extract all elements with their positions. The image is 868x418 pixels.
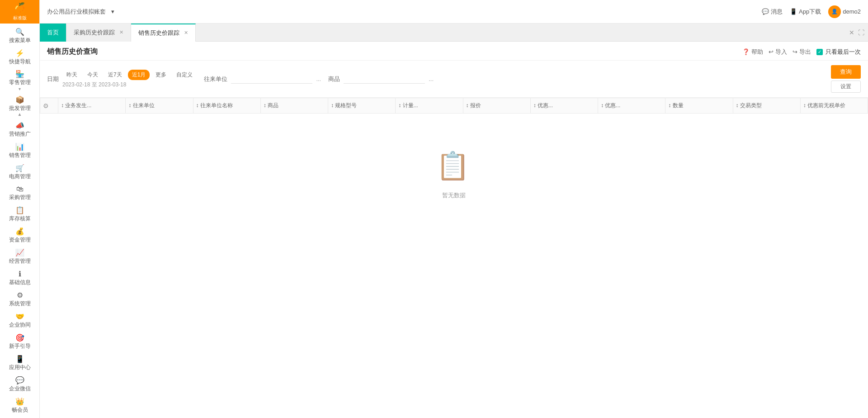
th-biz-date[interactable]: ↕ 业务发生... <box>58 98 126 114</box>
th-discount1[interactable]: ↕ 优惠... <box>530 98 598 114</box>
expand-btn[interactable]: ⛶ <box>858 29 864 36</box>
tabs-right: ✕ ⛶ <box>849 29 868 36</box>
sidebar-logo[interactable]: 🍊 标准版 <box>0 0 40 24</box>
help-btn[interactable]: ❓ 帮助 <box>742 48 763 56</box>
tab-purchase-label: 采购历史价跟踪 <box>74 28 115 37</box>
counterpart-label: 往来单位 <box>204 75 227 83</box>
user-label: demo2 <box>843 8 861 15</box>
date-btn-today[interactable]: 今天 <box>83 70 102 80</box>
counterpart-input[interactable] <box>231 75 312 84</box>
logo-icon: 🍊 <box>14 2 26 14</box>
date-filter-col: 昨天 今天 近7天 近1月 更多 自定义 2023-02-18 至 2023-0… <box>62 70 197 89</box>
basic-info-label: 基础信息 <box>9 279 31 286</box>
th-qty-label: ↕ 数量 <box>668 102 683 109</box>
th-settings[interactable]: ⚙ <box>40 98 58 114</box>
avatar: 👤 <box>828 5 841 18</box>
date-btn-last7[interactable]: 近7天 <box>104 70 126 80</box>
enterprise-icon: 🤝 <box>15 312 24 321</box>
sidebar-item-search-menu[interactable]: 🔍搜索菜单 <box>0 25 39 47</box>
sidebar-item-guide[interactable]: 🎯新手引导 <box>0 331 39 352</box>
search-menu-label: 搜索菜单 <box>9 37 31 44</box>
th-unit-label: ↕ 计量... <box>398 102 418 109</box>
topbar-title: 办公用品行业模拟账套 <box>47 8 106 16</box>
sidebar-item-operation[interactable]: 📈经营管理 <box>0 246 39 267</box>
app-download-btn[interactable]: 📱 App下载 <box>790 8 821 16</box>
goods-dots[interactable]: ... <box>429 76 434 82</box>
sidebar-item-wechat[interactable]: 💬企业微信 <box>0 374 39 395</box>
query-action-group: 查询 设置 <box>831 65 861 93</box>
tab-sales-close[interactable]: ✕ <box>184 30 188 36</box>
retail-mgmt-arrow: ▾ <box>19 86 21 91</box>
import-btn[interactable]: ↩ 导入 <box>769 48 787 56</box>
operation-icon: 📈 <box>15 248 24 257</box>
sidebar-item-basic-info[interactable]: ℹ基础信息 <box>0 267 39 289</box>
date-btn-last1m[interactable]: 近1月 <box>128 70 150 80</box>
topbar-dropdown[interactable]: ▾ <box>111 8 114 15</box>
th-discount2[interactable]: ↕ 优惠... <box>598 98 665 114</box>
wholesale-mgmt-arrow: ▲ <box>18 112 22 117</box>
app-center-label: 应用中心 <box>9 364 31 371</box>
settings-button[interactable]: 设置 <box>831 81 861 93</box>
sidebar-nav: 🔍搜索菜单⚡快捷导航🏪零售管理▾📦批发管理▲📣营销推广📊销售管理🛒电商管理🛍采购… <box>0 24 39 418</box>
sidebar-item-retail-mgmt[interactable]: 🏪零售管理▾ <box>0 68 39 93</box>
th-quote[interactable]: ↕ 报价 <box>463 98 530 114</box>
tab-purchase[interactable]: 采购历史价跟踪 ✕ <box>66 24 131 42</box>
th-qty[interactable]: ↕ 数量 <box>665 98 733 114</box>
th-counterpart[interactable]: ↕ 往来单位 <box>126 98 193 114</box>
tab-purchase-close[interactable]: ✕ <box>119 29 123 35</box>
th-goods-label: ↕ 商品 <box>264 102 278 109</box>
user-avatar-area[interactable]: 👤 demo2 <box>828 5 861 18</box>
sidebar-item-purchase[interactable]: 🛍采购管理 <box>0 183 39 204</box>
member-label: 畅会员 <box>12 407 28 414</box>
counterpart-dots[interactable]: ... <box>316 76 321 82</box>
sidebar-item-inventory[interactable]: 📋库存核算 <box>0 204 39 225</box>
data-table: ⚙ ↕ 业务发生... ↕ 往来单位 ↕ 往来单位名称 ↕ 商品 <box>40 98 868 114</box>
th-quote-label: ↕ 报价 <box>466 102 481 109</box>
sidebar-item-app-center[interactable]: 📱应用中心 <box>0 352 39 374</box>
sidebar-item-system[interactable]: ⚙系统管理 <box>0 289 39 310</box>
tab-sales[interactable]: 销售历史价跟踪 ✕ <box>131 24 196 42</box>
empty-icon: 📋 <box>436 150 472 186</box>
th-trade-type[interactable]: ↕ 交易类型 <box>733 98 800 114</box>
date-buttons: 昨天 今天 近7天 近1月 更多 自定义 <box>62 70 197 80</box>
query-button[interactable]: 查询 <box>831 65 861 79</box>
filter-area: 日期 昨天 今天 近7天 近1月 更多 自定义 2023-02-18 至 202… <box>40 61 868 98</box>
retail-mgmt-icon: 🏪 <box>15 70 24 78</box>
th-pretax-price[interactable]: ↕ 优惠前无税单价 <box>800 98 868 114</box>
export-label: 导出 <box>799 48 811 56</box>
only-last-wrapper[interactable]: ✓ 只看最后一次 <box>816 48 861 56</box>
sidebar-item-quick-nav[interactable]: ⚡快捷导航 <box>0 47 39 68</box>
app-download-label: App下载 <box>799 8 821 16</box>
tab-home[interactable]: 首页 <box>40 24 66 42</box>
goods-input[interactable] <box>344 75 425 84</box>
th-pretax-price-label: ↕ 优惠前无税单价 <box>803 102 845 109</box>
enterprise-label: 企业协同 <box>9 322 31 329</box>
export-btn[interactable]: ↪ 导出 <box>793 48 811 56</box>
message-btn[interactable]: 💬 消息 <box>762 8 783 16</box>
close-all-btn[interactable]: ✕ <box>849 29 854 36</box>
date-btn-more[interactable]: 更多 <box>151 70 170 80</box>
th-spec[interactable]: ↕ 规格型号 <box>328 98 396 114</box>
th-counterpart-name[interactable]: ↕ 往来单位名称 <box>193 98 260 114</box>
sidebar-item-marketing[interactable]: 📣营销推广 <box>0 119 39 140</box>
date-btn-custom[interactable]: 自定义 <box>172 70 197 80</box>
purchase-label: 采购管理 <box>9 194 31 201</box>
sidebar-item-finance[interactable]: 💰资金管理 <box>0 225 39 246</box>
marketing-label: 营销推广 <box>9 131 31 138</box>
finance-icon: 💰 <box>15 227 24 236</box>
table-header-row: ⚙ ↕ 业务发生... ↕ 往来单位 ↕ 往来单位名称 ↕ 商品 <box>40 98 868 114</box>
sidebar-item-enterprise[interactable]: 🤝企业协同 <box>0 310 39 331</box>
sidebar-item-sales-mgmt[interactable]: 📊销售管理 <box>0 140 39 162</box>
sidebar-item-member[interactable]: 👑畅会员 <box>0 395 39 416</box>
only-last-checkbox[interactable]: ✓ <box>816 49 823 55</box>
th-unit[interactable]: ↕ 计量... <box>396 98 463 114</box>
help-icon: ❓ <box>742 48 750 55</box>
sidebar-item-ecommerce[interactable]: 🛒电商管理 <box>0 162 39 183</box>
sidebar-item-wholesale-mgmt[interactable]: 📦批发管理▲ <box>0 93 39 119</box>
table-settings-icon[interactable]: ⚙ <box>43 102 49 109</box>
date-btn-yesterday[interactable]: 昨天 <box>62 70 81 80</box>
th-goods[interactable]: ↕ 商品 <box>260 98 328 114</box>
retail-mgmt-label: 零售管理 <box>9 79 31 86</box>
page-area: 销售历史价查询 ❓ 帮助 ↩ 导入 ↪ 导出 ✓ 只 <box>40 42 868 418</box>
search-menu-icon: 🔍 <box>15 28 24 36</box>
